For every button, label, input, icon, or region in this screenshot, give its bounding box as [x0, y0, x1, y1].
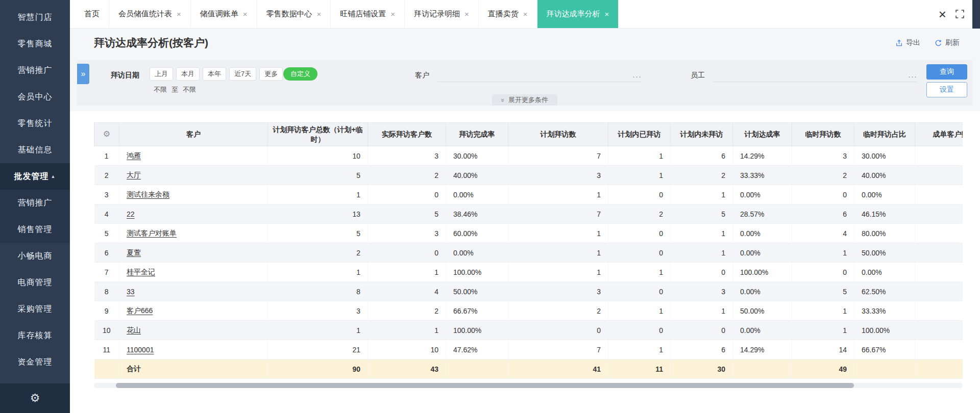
tab[interactable]: 旺铺店铺设置× [331, 0, 405, 28]
tab-close-icon[interactable]: × [390, 10, 395, 18]
customer-name-cell[interactable]: 鸿雁 [119, 146, 268, 166]
tab-close-icon[interactable]: × [243, 10, 248, 18]
horizontal-scrollbar[interactable] [94, 383, 963, 388]
sidebar-item[interactable]: 小畅电商 [0, 243, 70, 269]
date-from-field[interactable]: 不限 [154, 85, 167, 94]
data-cell: 1 [608, 263, 671, 282]
tab-label: 旺铺店铺设置 [340, 9, 386, 19]
settings-gear-icon[interactable]: ⚙ [30, 393, 40, 404]
sidebar-item[interactable]: 零售统计 [0, 110, 70, 137]
sidebar-item[interactable]: 基础信息 [0, 137, 70, 163]
fullscreen-icon[interactable] [955, 10, 964, 18]
customer-name-cell[interactable]: 33 [119, 282, 268, 301]
employee-input[interactable]: ··· [713, 67, 917, 82]
date-option-button[interactable]: 本年 [203, 67, 226, 81]
header-settings-cell[interactable]: ⚙ [94, 123, 119, 146]
column-header[interactable]: 计划内未拜访 [671, 123, 733, 146]
column-header[interactable]: 计划拜访数 [508, 123, 608, 146]
data-cell: 1 [671, 301, 733, 321]
date-option-button[interactable]: 更多 [259, 67, 283, 81]
sidebar-item[interactable]: 资金管理 [0, 349, 70, 375]
column-header[interactable]: 客户 [119, 123, 268, 146]
sidebar-item[interactable]: 会员中心 [0, 84, 70, 110]
tab-close-icon[interactable]: × [317, 10, 322, 18]
column-header[interactable]: 拜访完成率 [446, 123, 508, 146]
column-header[interactable]: 计划内已拜访 [608, 123, 671, 146]
main-area: 首页会员储值统计表×储值调账单×零售数据中心×旺铺店铺设置×拜访记录明细×直播卖… [70, 0, 980, 413]
export-button[interactable]: 导出 [895, 38, 920, 47]
scrollbar-thumb[interactable] [116, 383, 854, 388]
customer-link[interactable]: 桂平全记 [127, 268, 155, 276]
customer-link[interactable]: 33 [127, 288, 135, 296]
ellipsis-picker-icon[interactable]: ··· [908, 72, 917, 82]
tab[interactable]: 直播卖货× [479, 0, 537, 28]
row-index: 11 [94, 340, 119, 359]
tab[interactable]: 零售数据中心× [257, 0, 331, 28]
column-header[interactable]: 计划达成率 [733, 123, 792, 146]
tab-close-icon[interactable]: × [523, 10, 528, 18]
customer-link[interactable]: 鸿雁 [127, 151, 141, 160]
query-button[interactable]: 查询 [926, 64, 967, 80]
tab[interactable]: 会员储值统计表× [109, 0, 191, 28]
column-settings-gear-icon[interactable]: ⚙ [103, 130, 110, 138]
sidebar-item[interactable]: 营销推广 [0, 190, 70, 216]
sidebar-item[interactable]: 营销推广 [0, 57, 70, 84]
customer-name-cell[interactable]: 夏萱 [119, 243, 268, 263]
sidebar-item[interactable]: 采购管理 [0, 296, 70, 322]
customer-name-cell[interactable]: 桂平全记 [119, 263, 268, 282]
row-index: 10 [94, 321, 119, 340]
custom-date-button[interactable]: 自定义 [283, 67, 317, 81]
sidebar-item[interactable]: 智慧门店 [0, 4, 70, 31]
column-header[interactable]: 临时拜访数 [792, 123, 854, 146]
data-cell: 1 [671, 185, 733, 204]
tab-label: 会员储值统计表 [118, 9, 172, 19]
date-option-button[interactable]: 近7天 [229, 67, 256, 81]
customer-link[interactable]: 22 [127, 210, 135, 218]
customer-link[interactable]: 夏萱 [127, 248, 141, 256]
sidebar-item[interactable]: 电商管理 [0, 269, 70, 296]
collapse-filter-button[interactable]: » [77, 64, 89, 84]
sidebar-item[interactable]: 库存核算 [0, 322, 70, 349]
column-header[interactable]: 成单客户数 [915, 123, 963, 146]
expand-more-button[interactable]: » 展开更多条件 [492, 94, 557, 106]
sidebar-item[interactable]: 零售商城 [0, 31, 70, 57]
refresh-button[interactable]: 刷新 [935, 38, 960, 47]
customer-link[interactable]: 1100001 [127, 346, 154, 354]
customer-name-cell[interactable]: 大厅 [119, 166, 268, 185]
sidebar-item[interactable]: 销售管理 [0, 216, 70, 243]
customer-input[interactable]: ··· [437, 67, 642, 82]
tab[interactable]: 拜访记录明细× [405, 0, 479, 28]
tab-close-icon[interactable]: × [605, 10, 609, 18]
tab-close-icon[interactable]: × [177, 10, 181, 18]
customer-name-cell[interactable]: 花山 [119, 321, 268, 340]
date-to-field[interactable]: 不限 [183, 85, 196, 94]
column-header[interactable]: 实际拜访客户数 [368, 123, 446, 146]
customer-link[interactable]: 测试客户对账单 [127, 229, 177, 237]
tab[interactable]: 首页 [75, 0, 109, 28]
customer-name-cell[interactable]: 客户666 [119, 301, 268, 321]
sidebar-item[interactable]: 批发管理▲ [0, 163, 70, 190]
tab-close-icon[interactable]: × [464, 10, 469, 18]
customer-name-cell[interactable]: 测试客户对账单 [119, 224, 268, 243]
tab[interactable]: 储值调账单× [191, 0, 257, 28]
close-icon[interactable]: × [939, 8, 946, 21]
sidebar-menu: 智慧门店零售商城营销推广会员中心零售统计基础信息批发管理▲营销推广销售管理小畅电… [0, 0, 70, 383]
date-option-button[interactable]: 上月 [150, 67, 173, 81]
customer-name-cell[interactable]: 测试往来余额 [119, 185, 268, 204]
customer-name-cell[interactable]: 1100001 [119, 340, 268, 359]
tab[interactable]: 拜访达成率分析× [537, 0, 619, 28]
customer-link[interactable]: 大厅 [127, 171, 141, 179]
data-cell: 0 [608, 243, 671, 263]
ellipsis-picker-icon[interactable]: ··· [632, 72, 642, 82]
date-range: 不限 至 不限 [154, 85, 196, 94]
column-header[interactable]: 计划拜访客户总数（计划+临时） [268, 123, 368, 146]
date-option-button[interactable]: 本月 [176, 67, 200, 81]
customer-link[interactable]: 客户666 [127, 306, 153, 315]
filter-settings-button[interactable]: 设置 [926, 82, 967, 97]
column-header[interactable]: 临时拜访占比 [854, 123, 915, 146]
expand-more-label: 展开更多条件 [508, 95, 548, 105]
customer-link[interactable]: 花山 [127, 326, 141, 334]
customer-name-cell[interactable]: 22 [119, 204, 268, 224]
customer-link[interactable]: 测试往来余额 [127, 190, 169, 198]
data-cell: 0 [792, 263, 854, 282]
